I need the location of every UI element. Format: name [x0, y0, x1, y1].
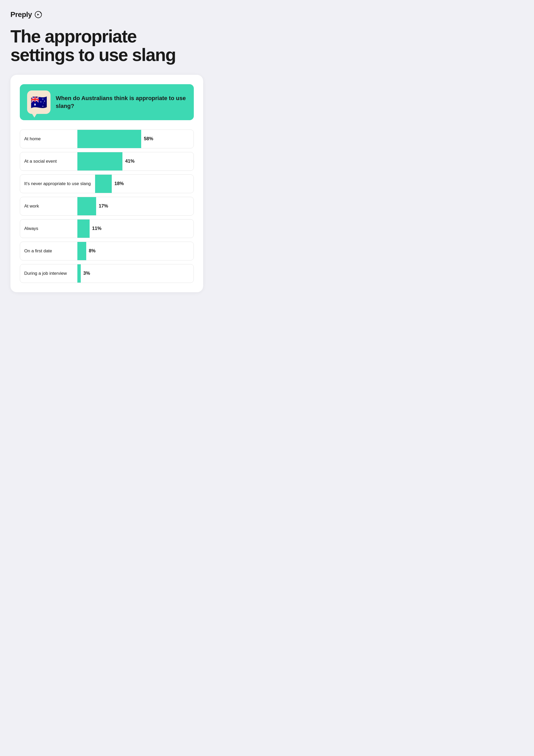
bar-value-2: 18%: [114, 181, 124, 186]
bar-fill-3: [77, 197, 96, 215]
bar-track-4: 11%: [77, 220, 193, 238]
bar-row: At work 17%: [20, 197, 194, 216]
bar-label-3: At work: [20, 200, 77, 212]
bar-track-3: 17%: [77, 197, 193, 215]
bar-track-5: 8%: [77, 242, 193, 260]
bar-row: It's never appropriate to use slang 18%: [20, 175, 194, 193]
bars-container: At home 58% At a social event 41% It's n…: [20, 129, 194, 283]
bar-value-6: 3%: [83, 271, 90, 276]
bar-label-6: During a job interview: [20, 267, 77, 280]
bar-label-1: At a social event: [20, 155, 77, 167]
bar-fill-0: [77, 130, 141, 148]
bar-row: During a job interview 3%: [20, 264, 194, 283]
bar-row: At home 58%: [20, 129, 194, 148]
bar-track-0: 58%: [77, 130, 193, 148]
logo-area: Preply: [11, 11, 203, 19]
bar-value-1: 41%: [125, 158, 135, 164]
main-title: The appropriate settings to use slang: [11, 27, 203, 65]
question-banner: 🇦🇺 When do Australians think is appropri…: [20, 84, 194, 120]
bar-row: On a first date 8%: [20, 242, 194, 260]
bar-fill-6: [77, 264, 81, 283]
bar-fill-1: [77, 152, 122, 171]
bar-fill-5: [77, 242, 86, 260]
bar-value-4: 11%: [92, 226, 102, 231]
bar-row: At a social event 41%: [20, 152, 194, 171]
bar-value-0: 58%: [144, 136, 153, 142]
question-text: When do Australians think is appropriate…: [56, 94, 187, 110]
bar-value-3: 17%: [99, 203, 108, 209]
flag-bubble: 🇦🇺: [27, 91, 51, 114]
bar-value-5: 8%: [89, 248, 96, 254]
logo-text: Preply: [11, 11, 32, 19]
bar-track-1: 41%: [77, 152, 193, 171]
bar-track-6: 3%: [77, 264, 193, 283]
bar-track-2: 18%: [95, 175, 193, 193]
preply-logo-icon: [34, 11, 42, 19]
flag-emoji: 🇦🇺: [31, 95, 47, 109]
card: 🇦🇺 When do Australians think is appropri…: [11, 75, 203, 292]
bar-label-5: On a first date: [20, 245, 77, 257]
bar-fill-2: [95, 175, 112, 193]
bar-row: Always 11%: [20, 219, 194, 238]
bar-fill-4: [77, 220, 89, 238]
bar-label-2: It's never appropriate to use slang: [20, 178, 95, 190]
bar-label-0: At home: [20, 133, 77, 145]
bar-label-4: Always: [20, 223, 77, 235]
